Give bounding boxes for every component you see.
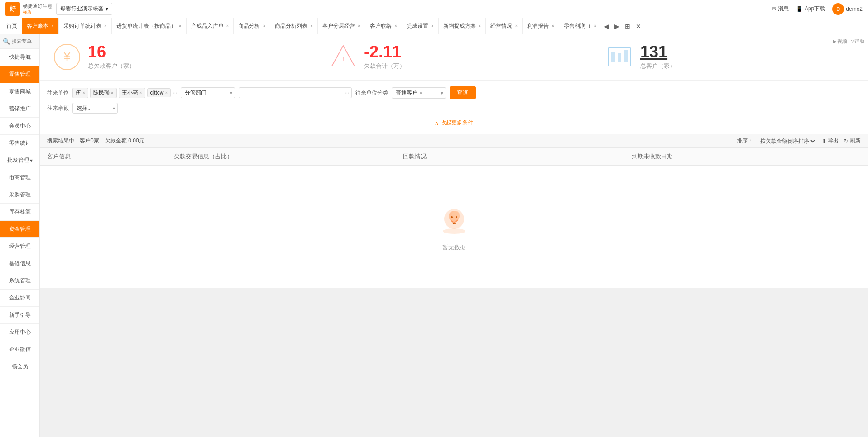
tab-close-operation[interactable]: × xyxy=(515,24,518,28)
svg-text:!: ! xyxy=(342,56,344,64)
stat-info-all-customers: 131 总客户（家） xyxy=(640,44,854,70)
tab-close-new-promotion[interactable]: × xyxy=(479,24,481,28)
sidebar-item-retail-stats[interactable]: 零售统计 xyxy=(0,135,39,152)
svg-rect-6 xyxy=(618,53,621,62)
filter-tag-wang[interactable]: 王小亮 × xyxy=(119,88,145,98)
sidebar-item-member-vip[interactable]: 畅会员 xyxy=(0,358,39,375)
app-download-button[interactable]: 📱 App下载 xyxy=(796,5,825,13)
tab-profit-report[interactable]: 利润报告 × xyxy=(523,18,559,34)
logo-area: 好 畅捷通好生意 标版 xyxy=(5,2,53,16)
sidebar-item-enterprise-wechat[interactable]: 企业微信 xyxy=(0,341,39,358)
remove-tag-wu[interactable]: × xyxy=(82,90,85,95)
results-summary: 搜索结果中，客户0家 欠款金额 0.00元 xyxy=(47,137,144,145)
tab-operation[interactable]: 经营情况 × xyxy=(486,18,523,34)
help-icon: ? xyxy=(851,39,854,44)
tab-close-goods-analysis-list[interactable]: × xyxy=(310,24,313,28)
filter-tag-cjttcw[interactable]: cjttcw × xyxy=(147,88,171,97)
tab-product-stock[interactable]: 产成品入库单 × xyxy=(187,18,234,34)
balance-select[interactable]: 选择... xyxy=(72,103,118,114)
sidebar-item-new-guide[interactable]: 新手引导 xyxy=(0,307,39,324)
tab-close-profit-report[interactable]: × xyxy=(551,24,554,28)
sidebar-item-system[interactable]: 系统管理 xyxy=(0,272,39,290)
refresh-icon: ↻ xyxy=(844,138,849,144)
tab-retail-profit[interactable]: 零售利润（ × xyxy=(559,18,601,34)
refresh-button[interactable]: ↻ 刷新 xyxy=(844,137,861,145)
dept-select[interactable]: 分管部门 xyxy=(181,87,235,98)
sidebar-item-purchase[interactable]: 采购管理 xyxy=(0,186,39,204)
tab-home[interactable]: 首页 xyxy=(2,18,22,34)
remove-tag-cjttcw[interactable]: × xyxy=(165,90,168,95)
message-button[interactable]: ✉ 消息 xyxy=(772,5,789,13)
tab-bar: 首页 客户账本 × 采购订单统计表 × 进货单统计表（按商品） × 产成品入库单… xyxy=(0,18,868,34)
filter-tag-chen[interactable]: 陈民强 × xyxy=(90,88,117,98)
sidebar-item-retail-mall[interactable]: 零售商城 xyxy=(0,83,39,100)
sidebar-item-retail[interactable]: 零售管理 xyxy=(0,66,39,83)
export-button[interactable]: ⬆ 导出 xyxy=(822,137,839,145)
sidebar-item-quick-nav[interactable]: 快捷导航 xyxy=(0,49,39,66)
stat-number-customers: 16 xyxy=(88,44,302,60)
tab-close-retail-profit[interactable]: × xyxy=(594,24,596,28)
classify-label: 往来单位分类 xyxy=(355,89,388,97)
sidebar-item-operation[interactable]: 经营管理 xyxy=(0,238,39,255)
remove-tag-wang[interactable]: × xyxy=(139,90,142,95)
stat-number-debt: -2.11 xyxy=(364,44,578,60)
tab-close-product-stock[interactable]: × xyxy=(226,24,229,28)
person-input[interactable] xyxy=(239,87,352,98)
tab-promotion-settings[interactable]: 提成设置 × xyxy=(402,18,439,34)
remove-tag-chen[interactable]: × xyxy=(111,90,114,95)
tab-close-goods-analysis[interactable]: × xyxy=(263,24,265,28)
tab-close-customer-segment[interactable]: × xyxy=(358,24,360,28)
tab-close-stock-stats[interactable]: × xyxy=(179,24,182,28)
svg-point-12 xyxy=(451,216,453,218)
filter-tag-wu[interactable]: 伍 × xyxy=(72,88,88,98)
tab-close-all[interactable]: ✕ xyxy=(633,18,644,34)
sidebar-item-inventory[interactable]: 库存核算 xyxy=(0,204,39,221)
tab-nav-menu[interactable]: ⊞ xyxy=(622,18,633,34)
tab-new-promotion[interactable]: 新增提成方案 × xyxy=(439,18,486,34)
tab-close-promotion-settings[interactable]: × xyxy=(431,24,434,28)
filter-more-btn[interactable]: ··· xyxy=(173,90,177,96)
stats-row: ¥ 16 总欠款客户（家） ! -2.11 欠款合计（ xyxy=(40,34,868,80)
collapse-button[interactable]: ∧ 收起更多条件 xyxy=(47,117,861,128)
remove-classify-tag[interactable]: × xyxy=(419,90,422,95)
sidebar-item-finance[interactable]: 资金管理 xyxy=(0,221,39,238)
store-selector[interactable]: 母婴行业演示帐套 ▾ xyxy=(56,3,112,15)
empty-icon xyxy=(436,202,472,238)
filter-area: 往来单位 伍 × 陈民强 × 王小亮 × cjttcw xyxy=(40,81,868,134)
sidebar-item-ecommerce[interactable]: 电商管理 xyxy=(0,169,39,186)
table-header-debt-info: 欠款交易信息（占比） xyxy=(174,152,403,161)
tab-purchase-order[interactable]: 采购订单统计表 × xyxy=(59,18,112,34)
sidebar-item-wholesale[interactable]: 批发管理 ▾ xyxy=(0,152,39,169)
tab-customer-account[interactable]: 客户账本 × xyxy=(22,18,59,34)
chevron-up-icon: ∧ xyxy=(435,120,439,126)
main-layout: 🔍 搜索菜单 快捷导航 零售管理 零售商城 营销推广 会员中心 零售统计 批发管… xyxy=(0,34,868,437)
sort-select[interactable]: 按欠款金额倒序排序 xyxy=(758,138,816,145)
tab-stock-stats[interactable]: 进货单统计表（按商品） × xyxy=(112,18,187,34)
sidebar-item-enterprise-agreement[interactable]: 企业协同 xyxy=(0,290,39,307)
stat-info-customers: 16 总欠款客户（家） xyxy=(88,44,302,70)
help-action[interactable]: ? 帮助 xyxy=(851,38,864,45)
content-area: ¥ 16 总欠款客户（家） ! -2.11 欠款合计（ xyxy=(40,34,868,437)
tab-customer-segment[interactable]: 客户分层经营 × xyxy=(318,18,365,34)
sidebar-item-basic-info[interactable]: 基础信息 xyxy=(0,255,39,272)
tab-close-customer-contact[interactable]: × xyxy=(394,24,397,28)
video-action[interactable]: ▶ 视频 xyxy=(833,38,847,45)
tab-goods-analysis-list[interactable]: 商品分析列表 × xyxy=(270,18,318,34)
table-header-overdue-date: 到期未收款日期 xyxy=(632,152,861,161)
stat-label-all-customers: 总客户（家） xyxy=(640,62,854,70)
tab-nav-prev[interactable]: ◀ xyxy=(601,18,612,34)
sidebar-search[interactable]: 🔍 搜索菜单 xyxy=(0,34,39,49)
tab-close-customer-account[interactable]: × xyxy=(51,24,54,28)
stat-icon-all-customers xyxy=(606,43,633,71)
tab-goods-analysis[interactable]: 商品分析 × xyxy=(234,18,270,34)
tab-customer-contact[interactable]: 客户联络 × xyxy=(365,18,402,34)
sidebar-item-app-center[interactable]: 应用中心 xyxy=(0,324,39,341)
query-button[interactable]: 查询 xyxy=(450,86,476,99)
empty-text: 暂无数据 xyxy=(442,243,466,252)
sidebar-item-member[interactable]: 会员中心 xyxy=(0,118,39,135)
sidebar-item-marketing[interactable]: 营销推广 xyxy=(0,100,39,118)
svg-point-13 xyxy=(456,216,457,218)
tab-nav-next[interactable]: ▶ xyxy=(612,18,622,34)
user-menu[interactable]: D demo2 xyxy=(832,3,863,15)
tab-close-purchase-order[interactable]: × xyxy=(104,24,107,28)
